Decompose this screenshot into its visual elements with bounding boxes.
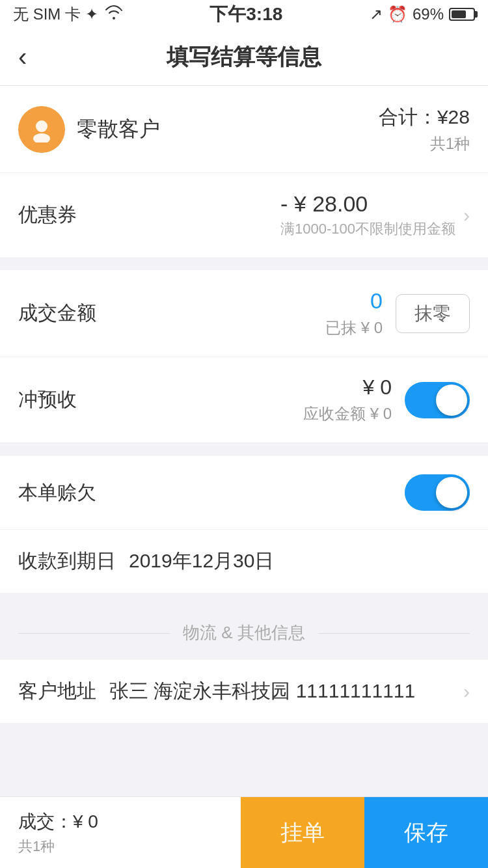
svg-point-0	[36, 120, 47, 132]
page-title: 填写结算等信息	[167, 42, 321, 72]
logistics-header: 物流 & 其他信息	[0, 606, 488, 660]
coupon-value-area: - ¥ 28.00 满1000-100不限制使用金额	[280, 191, 455, 239]
transaction-amount-area: 0 已抹 ¥ 0	[325, 288, 383, 338]
credit-section: 本单赊欠 收款到期日 2019年12月30日	[0, 456, 488, 593]
bottom-deal-amount: ¥ 0	[73, 811, 98, 832]
due-date-value[interactable]: 2019年12月30日	[129, 548, 274, 575]
customer-name: 零散客户	[77, 115, 160, 144]
bottom-deal-label: 成交：	[18, 811, 73, 832]
prepayment-row: 冲预收 ¥ 0 应收金额 ¥ 0	[0, 357, 488, 443]
prepayment-amount-area: ¥ 0 应收金额 ¥ 0	[303, 375, 392, 424]
battery-percent: 69%	[413, 5, 444, 23]
due-date-label: 收款到期日	[18, 548, 116, 575]
status-left: 无 SIM 卡 ✦	[13, 4, 123, 25]
customer-row: 零散客户 合计：¥28 共1种	[0, 86, 488, 172]
prepayment-amount: ¥ 0	[303, 375, 392, 400]
transaction-right: 0 已抹 ¥ 0 抹零	[325, 288, 470, 338]
status-bar: 无 SIM 卡 ✦ 下午3:18 ↗ ⏰ 69%	[0, 0, 488, 29]
coupon-desc: 满1000-100不限制使用金额	[280, 219, 455, 239]
save-button[interactable]: 保存	[364, 797, 488, 868]
address-value: 张三 海淀永丰科技园 11111111111	[109, 678, 463, 705]
location-icon: ↗	[370, 5, 383, 23]
bottom-bar: 成交：¥ 0 共1种 挂单 保存	[0, 796, 488, 868]
transaction-label: 成交金额	[18, 300, 96, 327]
customer-count: 共1种	[379, 133, 470, 154]
bottom-deal-text: 成交：¥ 0	[18, 809, 223, 834]
svg-point-1	[33, 133, 50, 142]
address-section: 客户地址 张三 海淀永丰科技园 11111111111 ›	[0, 660, 488, 723]
customer-total-area: 合计：¥28 共1种	[379, 104, 470, 154]
bottom-count: 共1种	[18, 837, 223, 856]
address-chevron-icon: ›	[463, 681, 470, 703]
status-time: 下午3:18	[210, 2, 282, 27]
prepayment-receivable: 应收金额 ¥ 0	[303, 403, 392, 424]
credit-row: 本单赊欠	[0, 456, 488, 530]
transaction-section: 成交金额 0 已抹 ¥ 0 抹零 冲预收 ¥ 0 应收金额 ¥ 0	[0, 270, 488, 443]
alarm-icon: ⏰	[388, 5, 407, 23]
prepayment-label: 冲预收	[18, 387, 77, 413]
credit-toggle-knob	[436, 477, 467, 508]
address-label: 客户地址	[18, 678, 96, 705]
sim-status: 无 SIM 卡 ✦	[13, 4, 98, 25]
coupon-discount: - ¥ 28.00	[280, 191, 455, 217]
address-row[interactable]: 客户地址 张三 海淀永丰科技园 11111111111 ›	[0, 660, 488, 723]
wifi-icon	[105, 5, 123, 23]
nav-bar: ‹ 填写结算等信息	[0, 29, 488, 86]
coupon-right: - ¥ 28.00 满1000-100不限制使用金额 ›	[280, 191, 470, 239]
status-right: ↗ ⏰ 69%	[370, 5, 475, 23]
customer-section: 零散客户 合计：¥28 共1种 优惠券 - ¥ 28.00 满1000-100不…	[0, 86, 488, 257]
logistics-title: 物流 & 其他信息	[170, 621, 318, 644]
transaction-rounded: 已抹 ¥ 0	[325, 318, 383, 338]
credit-label: 本单赊欠	[18, 480, 96, 506]
round-button[interactable]: 抹零	[396, 294, 470, 333]
bottom-summary: 成交：¥ 0 共1种	[0, 797, 241, 868]
transaction-amount[interactable]: 0	[325, 288, 383, 314]
coupon-chevron-icon: ›	[463, 204, 470, 226]
battery-icon	[449, 8, 475, 21]
coupon-row[interactable]: 优惠券 - ¥ 28.00 满1000-100不限制使用金额 ›	[0, 172, 488, 257]
transaction-row: 成交金额 0 已抹 ¥ 0 抹零	[0, 270, 488, 357]
due-date-row: 收款到期日 2019年12月30日	[0, 530, 488, 593]
coupon-label: 优惠券	[18, 202, 77, 228]
prepayment-toggle-knob	[436, 385, 467, 416]
customer-info: 零散客户	[18, 106, 160, 153]
prepayment-toggle[interactable]	[405, 382, 470, 418]
customer-avatar	[18, 106, 65, 153]
back-button[interactable]: ‹	[18, 42, 27, 72]
prepayment-right: ¥ 0 应收金额 ¥ 0	[303, 375, 470, 424]
credit-toggle[interactable]	[405, 474, 470, 511]
hang-button[interactable]: 挂单	[241, 797, 364, 868]
customer-total: 合计：¥28	[379, 104, 470, 131]
